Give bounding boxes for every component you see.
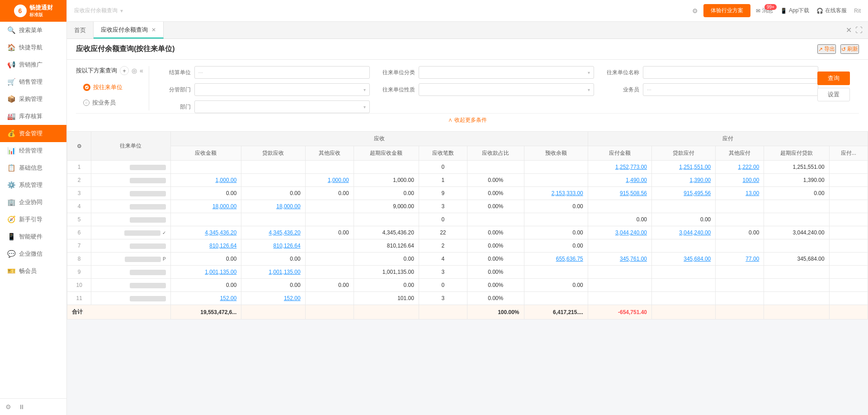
- filter-input-department[interactable]: ▾: [194, 100, 370, 113]
- sidebar-item-label: 智能硬件: [19, 233, 42, 241]
- col-ar-ratio: 应收款占比: [467, 146, 524, 161]
- col-ar-amount: 应收金额: [170, 146, 241, 161]
- col-ap-amount: 应付金额: [588, 146, 651, 161]
- sidebar-item-member[interactable]: 🎫 畅会员: [0, 262, 66, 280]
- filter-label: 部门: [155, 103, 191, 111]
- export-button[interactable]: ↗ 导出: [817, 44, 836, 54]
- app-label: App下载: [789, 7, 809, 14]
- sidebar-logo: 6 畅捷通财 标准版: [0, 0, 66, 22]
- filter-input-category[interactable]: ▾: [419, 66, 594, 79]
- main-content: 应收应付余额查询(按往来单位) ↗ 导出 ↺ 刷新 按以下方案查询 + ◎ «: [67, 39, 868, 415]
- sidebar-item-purchase[interactable]: 📦 采购管理: [0, 91, 66, 108]
- sidebar-item-label: 经营管理: [19, 147, 42, 155]
- guide-icon: 🧭: [7, 215, 15, 224]
- sidebar-item-base[interactable]: 📋 基础信息: [0, 159, 66, 176]
- sidebar-item-sales[interactable]: 🛒 销售管理: [0, 73, 66, 91]
- sidebar-collapse-icon[interactable]: ⏸: [19, 403, 25, 410]
- chevron-down-icon: ▾: [363, 105, 366, 110]
- export-icon: ↗: [818, 46, 823, 52]
- col-ap-overdue: 超期应付贷款: [764, 146, 829, 161]
- service-button[interactable]: 🎧 在线客服: [816, 7, 847, 14]
- header-gear-icon[interactable]: ⚙: [692, 7, 698, 14]
- ops-icon: 📊: [7, 147, 15, 155]
- filter-label: 分管部门: [155, 86, 191, 94]
- scheme-partner-label: 按往来单位: [93, 83, 123, 91]
- sidebar-item-inventory[interactable]: 🏭 库存核算: [0, 108, 66, 125]
- page-actions: ↗ 导出 ↺ 刷新: [817, 44, 859, 54]
- sidebar-item-guide[interactable]: 🧭 新手引导: [0, 211, 66, 228]
- footer-ap-overdue: [764, 305, 829, 320]
- table-wrapper: ⚙ 往来单位 应收 应付 应收金额 贷款应收 其他应收 超期应收金额 应收笔数 …: [67, 131, 868, 320]
- tab-home[interactable]: 首页: [67, 22, 94, 38]
- tab-query-label: 应收应付余额查询: [101, 26, 148, 34]
- filter-input-nature[interactable]: ▾: [419, 83, 594, 96]
- partner-cell: [91, 161, 170, 174]
- service-label: 在线客服: [825, 7, 847, 14]
- sidebar-item-search[interactable]: 🔍 搜索菜单: [0, 22, 66, 39]
- filter-salesman: 业务员 ···: [603, 83, 818, 96]
- tab-close-all-icon[interactable]: ✕: [846, 26, 852, 34]
- col-ap-other: 其他应付: [716, 146, 764, 161]
- message-button[interactable]: ✉ 消息 99+: [756, 7, 773, 14]
- sidebar-item-label: 新手引导: [19, 215, 42, 224]
- tab-fullscreen-icon[interactable]: ⛶: [855, 26, 863, 34]
- footer-label: 合计: [67, 305, 171, 320]
- sidebar-item-hardware[interactable]: 📱 智能硬件: [0, 228, 66, 245]
- col-ar-loan: 贷款应收: [241, 146, 305, 161]
- filter-label: 往来单位分类: [379, 69, 415, 76]
- filter-input-name[interactable]: [643, 66, 818, 79]
- logo-subtitle: 标准版: [29, 12, 53, 18]
- wechat-icon: 💬: [7, 250, 15, 258]
- sidebar-item-system[interactable]: ⚙️ 系统管理: [0, 176, 66, 194]
- filter-input-salesman[interactable]: ···: [643, 83, 818, 96]
- partner-cell: [91, 174, 170, 187]
- filter-input-settlement[interactable]: ···: [194, 66, 370, 79]
- scheme-expand-icon[interactable]: «: [140, 67, 143, 74]
- sidebar-item-wechat[interactable]: 💬 企业微信: [0, 245, 66, 262]
- col-ar-other: 其他应收: [305, 146, 354, 161]
- sidebar-item-ops[interactable]: 📊 经营管理: [0, 142, 66, 159]
- table-row: 8P0.000.000.0040.00%655,636.75345,761.00…: [67, 253, 868, 266]
- page-title: 应收应付余额查询(按往来单位): [76, 44, 175, 54]
- refresh-button[interactable]: ↺ 刷新: [840, 44, 859, 54]
- partner-cell: ✓: [91, 226, 170, 239]
- query-button[interactable]: 查询: [817, 72, 850, 85]
- settings-button[interactable]: 设置: [817, 88, 850, 101]
- tab-close-icon[interactable]: ✕: [151, 27, 156, 33]
- scheme-add-button[interactable]: +: [120, 66, 129, 75]
- partner-cell: [91, 187, 170, 200]
- footer-ap-other: [716, 305, 764, 320]
- sidebar-item-label: 销售管理: [19, 78, 42, 86]
- filter-dept: 分管部门 ▾: [155, 83, 370, 96]
- service-icon: 🎧: [816, 8, 823, 14]
- sidebar-bottom: ⚙ ⏸: [0, 398, 66, 415]
- header-breadcrumb: 应收应付余额查询 ▾: [74, 7, 687, 14]
- table-settings-header[interactable]: ⚙: [67, 132, 91, 161]
- tab-query[interactable]: 应收应付余额查询 ✕: [94, 22, 164, 38]
- partner-cell: [91, 279, 170, 292]
- sidebar-item-corp[interactable]: 🏢 企业协同: [0, 194, 66, 211]
- app-download-button[interactable]: 📱 App下载: [780, 7, 809, 14]
- footer-ar-amount: 19,553,472,6...: [170, 305, 241, 320]
- export-label: 导出: [824, 45, 835, 53]
- sidebar-item-marketing[interactable]: 📢 营销推广: [0, 56, 66, 73]
- sidebar-item-finance[interactable]: 💰 资金管理: [0, 125, 66, 142]
- scheme-nav-partner[interactable]: 按往来单位: [76, 80, 143, 95]
- filter-label: 业务员: [603, 86, 639, 94]
- user-name: Rit: [854, 8, 861, 14]
- scheme-nav-salesman[interactable]: ○ 按业务员: [76, 95, 143, 110]
- filter-input-dept[interactable]: ▾: [194, 83, 370, 96]
- sidebar-item-nav[interactable]: 🏠 快捷导航: [0, 39, 66, 56]
- col-prepaid: 预收余额: [524, 146, 588, 161]
- footer-ar-ratio: 100.00%: [467, 305, 524, 320]
- sidebar-settings-icon[interactable]: ⚙: [5, 403, 11, 410]
- table-row: 7810,126.64810,126.64810,126.6420.00%0.0…: [67, 239, 868, 253]
- scheme-edit-icon[interactable]: ◎: [132, 67, 137, 74]
- message-badge: 99+: [764, 4, 777, 10]
- collapse-bar[interactable]: ∧ 收起更多条件: [76, 113, 859, 127]
- base-icon: 📋: [7, 164, 15, 172]
- marketing-icon: 📢: [7, 61, 15, 69]
- breadcrumb-chevron: ▾: [120, 8, 123, 14]
- table-ap-group-header: 应付: [588, 132, 868, 146]
- promo-button[interactable]: 体验行业方案: [703, 4, 750, 17]
